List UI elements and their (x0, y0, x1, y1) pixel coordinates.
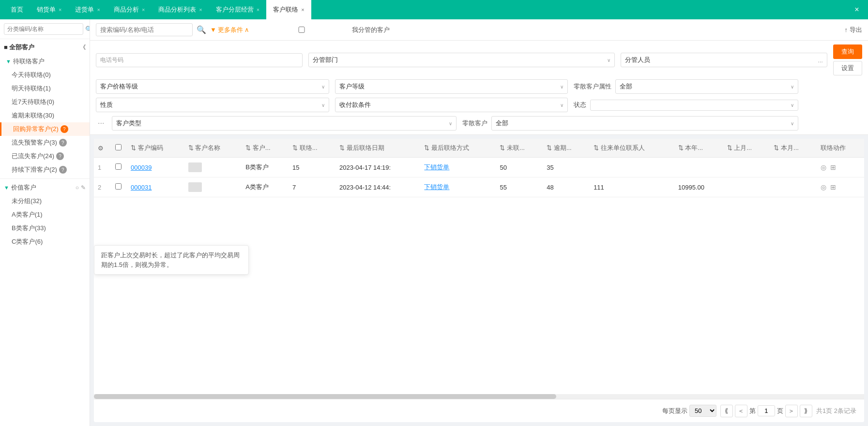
th-code[interactable]: ⇅ 客户编码 (127, 139, 184, 158)
export-icon: ↑ (845, 26, 848, 33)
phone-filter[interactable]: 电话号码 (96, 53, 303, 67)
sidebar-item-class-c[interactable]: C类客户(6) (0, 235, 90, 249)
retail-customer-arrow-icon: ∨ (791, 121, 794, 126)
retail-attr-select[interactable]: 全部 ∨ (615, 79, 798, 94)
th-settings[interactable]: ⚙ (94, 139, 111, 158)
th-last-contact-method[interactable]: ⇅ 最后联络方式 (420, 139, 496, 158)
edit-icon[interactable]: ○ (76, 184, 79, 191)
nav-sales-order[interactable]: 销货单 × (30, 0, 68, 19)
row-this-year-1 (674, 158, 723, 177)
search-button[interactable]: 🔍 (197, 25, 206, 34)
customer-type-filter[interactable]: 客户类型 ∨ (112, 116, 457, 131)
more-conditions-button[interactable]: ▼ 更多条件 ∧ (210, 26, 249, 34)
division-filter[interactable]: 分管部门 ∨ (308, 53, 614, 67)
customer-level-filter[interactable]: 客户等级 ∨ (335, 79, 568, 94)
last-page-button[interactable]: ⟫ (800, 405, 812, 417)
division-person-filter[interactable]: 分管人员 ... (621, 53, 827, 67)
sidebar-item-lost-pre-customers[interactable]: 流失预警客户(3) ? (0, 136, 90, 149)
close-customer-contact-icon[interactable]: × (301, 7, 304, 13)
row-last-contact-method-2[interactable]: 下销货单 (420, 177, 496, 197)
row-name-1[interactable] (184, 158, 242, 177)
sidebar-item-ungrouped[interactable]: 未分组(32) (0, 194, 90, 208)
sidebar-item-class-b[interactable]: B类客户(33) (0, 221, 90, 235)
window-close-button[interactable]: × (850, 2, 864, 17)
more-action-icon-2[interactable]: ⊞ (830, 183, 836, 191)
row-num-1: 1 (94, 158, 111, 177)
sidebar-group-value-customers[interactable]: ▼ 价值客户 ○ ✎ (0, 181, 90, 194)
row-code-1[interactable]: 000039 (127, 158, 184, 177)
th-contact-person[interactable]: ⇅ 往来单位联系人 (590, 139, 674, 158)
scrollbar-thumb[interactable] (94, 394, 556, 399)
nav-customer-contact[interactable]: 客户联络 × (266, 0, 311, 19)
close-product-analysis-list-icon[interactable]: × (199, 7, 202, 13)
close-sales-order-icon[interactable]: × (59, 7, 61, 13)
th-contact[interactable]: ⇅ 联络... (289, 139, 335, 158)
close-product-analysis-icon[interactable]: × (142, 7, 145, 13)
first-page-button[interactable]: ⟪ (720, 405, 733, 417)
nav-product-analysis[interactable]: 商品分析 × (107, 0, 152, 19)
payment-terms-filter[interactable]: 收付款条件 ∨ (335, 98, 568, 112)
sidebar-search-icon[interactable]: 🔍 (85, 26, 90, 33)
contact-action-icon-2[interactable]: ◎ (821, 183, 826, 191)
my-customers-checkbox[interactable] (253, 27, 350, 33)
row-2-checkbox[interactable] (115, 183, 122, 190)
th-this-month[interactable]: ⇅ 本月... (770, 139, 817, 158)
sidebar-item-lost-customers[interactable]: 已流失客户(24) ? (0, 149, 90, 163)
row-1-checkbox[interactable] (115, 163, 122, 170)
settings-icon[interactable]: ⚙ (98, 145, 104, 152)
sidebar-item-7days-contact[interactable]: 近7天待联络(0) (0, 95, 90, 109)
row-last-contact-method-1[interactable]: 下销货单 (420, 158, 496, 177)
payment-terms-arrow-icon: ∨ (560, 103, 563, 108)
export-button[interactable]: ↑ 导出 (845, 26, 863, 34)
sidebar-item-repeat-purchase-abnormal[interactable]: 回购异常客户(2) ? (0, 122, 90, 136)
th-this-year[interactable]: ⇅ 本年... (674, 139, 723, 158)
content-area: 🔍 ▼ 更多条件 ∧ 我分管的客户 ↑ 导出 电话号码 (90, 19, 868, 426)
row-code-2[interactable]: 000031 (127, 177, 184, 197)
nav-purchase-order[interactable]: 进货单 × (68, 0, 107, 19)
sidebar-item-today-contact[interactable]: 今天待联络(0) (0, 68, 90, 82)
next-page-button[interactable]: ＞ (785, 405, 798, 417)
page-size-select[interactable]: 50 20 100 (689, 405, 716, 417)
price-level-filter[interactable]: 客户价格等级 ∨ (96, 79, 329, 94)
nav-product-analysis-list[interactable]: 商品分析列表 × (152, 0, 209, 19)
retail-customer-select[interactable]: 全部 ∨ (491, 116, 798, 131)
gender-filter[interactable]: 性质 ∨ (96, 98, 329, 112)
th-not-contact[interactable]: ⇅ 未联... (496, 139, 543, 158)
settings-button[interactable]: 设置 (833, 61, 862, 75)
status-select[interactable]: ∨ (590, 100, 798, 111)
search-input[interactable] (96, 23, 193, 36)
prev-page-button[interactable]: ＜ (735, 405, 747, 417)
sidebar-item-continuous-decline[interactable]: 持续下滑客户(2) ? (0, 163, 90, 176)
sidebar-search-input[interactable] (4, 23, 83, 35)
query-button[interactable]: 查询 (833, 44, 862, 59)
th-actions: 联络动作 (817, 139, 864, 158)
close-customer-segmentation-icon[interactable]: × (257, 7, 259, 13)
th-last-month[interactable]: ⇅ 上月... (723, 139, 770, 158)
more-action-icon-1[interactable]: ⊞ (830, 163, 836, 171)
row-checkbox-1[interactable] (111, 158, 127, 177)
config-icon[interactable]: ✎ (81, 184, 86, 191)
sort-year-icon: ⇅ (678, 144, 684, 151)
nav-home[interactable]: 首页 (4, 0, 30, 19)
sidebar-item-overdue-contact[interactable]: 逾期未联络(30) (0, 109, 90, 122)
th-last-contact-date[interactable]: ⇅ 最后联络日期 (335, 139, 421, 158)
close-purchase-order-icon[interactable]: × (97, 7, 100, 13)
filter-more-dots[interactable]: ··· (96, 119, 106, 128)
select-all-checkbox[interactable] (115, 144, 122, 150)
sidebar-item-class-a[interactable]: A类客户(1) (0, 208, 90, 221)
th-type[interactable]: ⇅ 客户... (242, 139, 289, 158)
nav-customer-segmentation[interactable]: 客户分层经营 × (209, 0, 266, 19)
th-name[interactable]: ⇅ 客户名称 (184, 139, 242, 158)
row-this-year-2: 10995.00 (674, 177, 723, 197)
row-checkbox-2[interactable] (111, 177, 127, 197)
sidebar-group-waiting-contact[interactable]: ▼ 待联络客户 (0, 55, 90, 68)
page-number-input[interactable] (758, 405, 775, 416)
sidebar-collapse-icon[interactable]: 《 (80, 44, 86, 52)
th-overdue[interactable]: ⇅ 逾期... (543, 139, 590, 158)
my-customers-checkbox-area[interactable]: 我分管的客户 (253, 26, 390, 34)
sidebar-item-tomorrow-contact[interactable]: 明天待联络(1) (0, 82, 90, 95)
total-records: 共1页 2条记录 (816, 407, 856, 415)
row-name-2[interactable] (184, 177, 242, 197)
horizontal-scrollbar[interactable] (94, 394, 864, 399)
contact-action-icon-1[interactable]: ◎ (821, 163, 826, 171)
